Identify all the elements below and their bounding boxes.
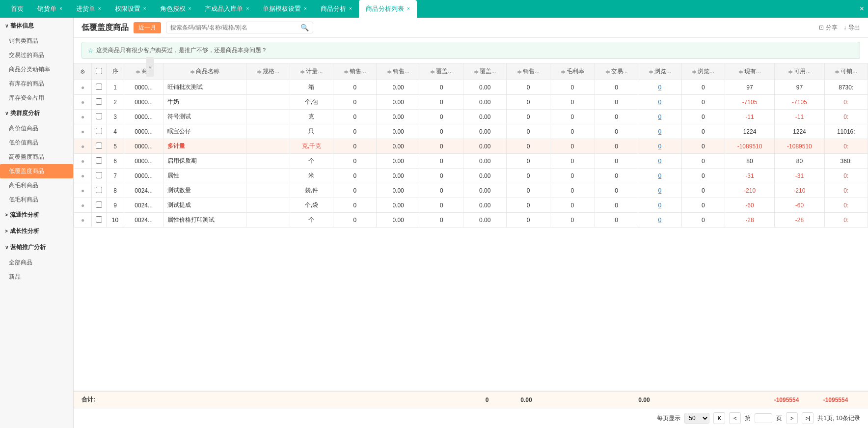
row-saleable: 11016: [837, 128, 855, 135]
nav-tab-进货单[interactable]: 进货单× [69, 0, 108, 18]
sidebar-item-全部商品[interactable]: 全部商品 [0, 256, 73, 270]
row-code: 0024... [135, 217, 153, 224]
nav-tab-权限设置[interactable]: 权限设置× [108, 0, 153, 18]
row-browse1[interactable]: 0 [658, 158, 662, 165]
row-browse1[interactable]: 0 [658, 84, 662, 91]
row-browse1[interactable]: 0 [658, 114, 662, 120]
sidebar-section-营销推广分析[interactable]: ∨营销推广分析 [0, 239, 73, 256]
row-sales-qty2: 0 [527, 187, 530, 194]
close-tab-icon[interactable]: × [304, 0, 307, 18]
row-checkbox[interactable] [96, 172, 102, 178]
per-page-select[interactable]: 102050100 [684, 413, 709, 424]
sidebar-item-高覆盖度商品[interactable]: 高覆盖度商品 [0, 150, 73, 164]
row-checkbox[interactable] [96, 201, 102, 208]
row-settings-icon[interactable]: ● [81, 172, 84, 179]
close-tab-icon[interactable]: × [189, 0, 191, 18]
row-available: -210 [793, 187, 805, 194]
row-browse1[interactable]: 0 [658, 202, 662, 209]
close-tab-icon[interactable]: × [246, 0, 249, 18]
close-tab-icon[interactable]: × [143, 0, 146, 18]
last-page-button[interactable]: >| [802, 412, 814, 424]
row-browse1[interactable]: 0 [658, 143, 662, 150]
table-row: ●20000...牛奶个,包00.0000.0000000-7105-71050… [74, 95, 868, 110]
row-checkbox[interactable] [96, 187, 102, 193]
row-settings-icon[interactable]: ● [81, 114, 84, 120]
col-header-checkbox [92, 63, 107, 80]
export-button[interactable]: ↓ 导出 [843, 24, 860, 32]
nav-tab-销货单[interactable]: 销货单× [30, 0, 69, 18]
sidebar-collapse-button[interactable]: « [146, 57, 154, 77]
row-settings-icon[interactable]: ● [81, 217, 84, 224]
page-input[interactable]: 1 [755, 413, 772, 423]
sidebar-item-商品分类动销率[interactable]: 商品分类动销率 [0, 62, 73, 77]
sidebar-section-类群度分析[interactable]: ∨类群度分析 [0, 105, 73, 121]
sidebar-item-新品[interactable]: 新品 [0, 270, 73, 284]
close-all-button[interactable]: × [860, 4, 864, 13]
sidebar-item-低覆盖度商品[interactable]: 低覆盖度商品 [0, 164, 73, 178]
row-settings-icon[interactable]: ● [81, 99, 84, 106]
sidebar-section-成长性分析[interactable]: >成长性分析 [0, 223, 73, 239]
sidebar-item-销售类商品[interactable]: 销售类商品 [0, 34, 73, 48]
row-settings-icon[interactable]: ● [81, 84, 84, 91]
period-button[interactable]: 近一月 [134, 22, 161, 33]
sidebar-section-整体信息[interactable]: ∨整体信息 [0, 18, 73, 34]
row-checkbox[interactable] [96, 216, 102, 223]
row-checkbox[interactable] [96, 84, 102, 90]
row-checkbox[interactable] [96, 157, 102, 164]
nav-tab-单据模板设置[interactable]: 单据模板设置× [256, 0, 314, 18]
table-container[interactable]: ⚙序≑商...≑商品名称≑规格...≑计量...≑销售...≑销售...≑覆盖.… [74, 63, 868, 391]
close-tab-icon[interactable]: × [59, 0, 62, 18]
sidebar-item-库存资金占用[interactable]: 库存资金占用 [0, 91, 73, 105]
row-settings-icon[interactable]: ● [81, 158, 84, 165]
close-tab-icon[interactable]: × [349, 0, 352, 18]
row-cover1: 0 [440, 128, 443, 135]
close-tab-icon[interactable]: × [407, 0, 410, 18]
row-checkbox[interactable] [96, 113, 102, 119]
sidebar-item-高毛利商品[interactable]: 高毛利商品 [0, 178, 73, 193]
settings-icon[interactable]: ⚙ [80, 68, 85, 75]
nav-tab-首页[interactable]: 首页 [4, 0, 30, 18]
row-current: -7105 [742, 99, 758, 106]
row-saleable: 0: [843, 99, 848, 106]
row-sales-qty2: 0 [527, 143, 530, 150]
sidebar-item-高价值商品[interactable]: 高价值商品 [0, 121, 73, 136]
sidebar-item-交易过的商品[interactable]: 交易过的商品 [0, 48, 73, 62]
row-browse1[interactable]: 0 [658, 217, 662, 224]
row-checkbox[interactable] [96, 143, 102, 149]
select-all-checkbox[interactable] [96, 68, 102, 74]
header-actions: ⊡ 分享 ↓ 导出 [819, 24, 860, 32]
row-settings-icon[interactable]: ● [81, 128, 84, 135]
row-current: 1224 [743, 128, 757, 135]
row-settings-icon[interactable]: ● [81, 202, 84, 209]
row-settings-icon[interactable]: ● [81, 143, 84, 150]
row-trans: 0 [615, 202, 618, 209]
row-available: -1089510 [787, 143, 812, 150]
row-browse1[interactable]: 0 [658, 99, 662, 106]
row-saleable: 0: [843, 143, 848, 150]
sort-icon: ≑ [190, 68, 195, 75]
nav-tab-产成品入库单[interactable]: 产成品入库单× [198, 0, 256, 18]
row-browse1[interactable]: 0 [658, 172, 662, 179]
row-checkbox[interactable] [96, 98, 102, 105]
sort-icon: ≑ [605, 68, 610, 75]
row-browse1[interactable]: 0 [658, 128, 662, 135]
info-banner: ☆ 这类商品只有很少客户购买过，是推广不够，还是商品本身问题？ [81, 42, 860, 59]
sidebar-item-低毛利商品[interactable]: 低毛利商品 [0, 193, 73, 207]
row-settings-icon[interactable]: ● [81, 187, 84, 194]
next-page-button[interactable]: > [786, 412, 798, 424]
nav-tab-商品分析[interactable]: 商品分析× [314, 0, 359, 18]
row-browse1[interactable]: 0 [658, 187, 662, 194]
share-button[interactable]: ⊡ 分享 [819, 24, 838, 32]
sidebar-section-流通性分析[interactable]: >流通性分析 [0, 207, 73, 223]
nav-tab-商品分析列表[interactable]: 商品分析列表× [359, 0, 417, 18]
row-sales-qty2: 0 [527, 84, 530, 91]
search-input[interactable] [170, 24, 300, 31]
nav-tab-角色授权[interactable]: 角色授权× [153, 0, 198, 18]
row-cover1: 0 [440, 187, 443, 194]
prev-page-button[interactable]: < [729, 412, 741, 424]
first-page-button[interactable]: K [713, 412, 725, 424]
sidebar-item-有库存的商品[interactable]: 有库存的商品 [0, 77, 73, 91]
sidebar-item-低价值商品[interactable]: 低价值商品 [0, 136, 73, 150]
row-checkbox[interactable] [96, 128, 102, 134]
close-tab-icon[interactable]: × [98, 0, 101, 18]
